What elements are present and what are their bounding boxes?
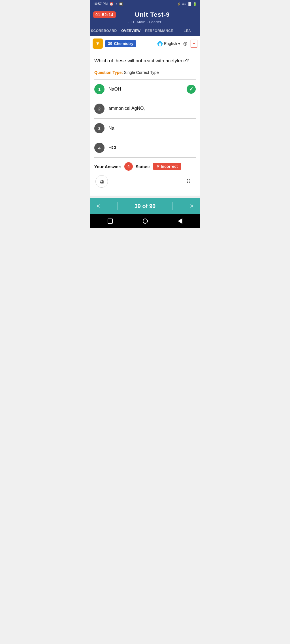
bluetooth-icon: ⚡ bbox=[177, 2, 181, 6]
option-2-text: ammonical AgNO3 bbox=[108, 106, 196, 112]
zoom-button[interactable]: ⊕ bbox=[183, 40, 188, 47]
globe-icon: 🌐 bbox=[157, 41, 163, 46]
status-badge: ✕ Incorrect bbox=[153, 163, 181, 170]
status-bar-left: 10:57 PM ⏰ ♪ 🔲 bbox=[93, 2, 123, 6]
more-menu-button[interactable]: ⋮ bbox=[189, 10, 197, 19]
option-4-number: 4 bbox=[94, 143, 105, 153]
option-4[interactable]: 4 HCl bbox=[94, 138, 196, 157]
filter-icon: ▼ bbox=[95, 41, 100, 46]
signal-text: 4G bbox=[182, 2, 186, 6]
page-divider-left bbox=[117, 202, 118, 210]
language-button[interactable]: 🌐 English ▾ bbox=[157, 41, 180, 46]
status-icon: ✕ bbox=[156, 164, 160, 169]
tiktok-icon: ♪ bbox=[115, 2, 117, 6]
page-divider-right bbox=[172, 202, 173, 210]
grid-button[interactable]: ⠿ bbox=[182, 175, 195, 188]
android-back-icon[interactable] bbox=[178, 218, 182, 224]
answer-status: Your Answer: 4 Status: ✕ Incorrect bbox=[94, 158, 196, 173]
tab-overview[interactable]: OVERVIEW bbox=[118, 26, 144, 36]
status-bar-right: ⚡ 4G ▐▌ 🔋 bbox=[177, 2, 197, 6]
subject-badge: 39 Chemistry bbox=[105, 40, 136, 47]
tab-scoreboard[interactable]: SCOREBOARD bbox=[90, 26, 118, 36]
language-label: English bbox=[164, 41, 177, 46]
status-bar: 10:57 PM ⏰ ♪ 🔲 ⚡ 4G ▐▌ 🔋 bbox=[90, 0, 200, 8]
question-type-label: Question Type: bbox=[94, 70, 123, 75]
option-3-text: Na bbox=[108, 126, 196, 131]
question-text: Which of these will not react with acety… bbox=[94, 57, 196, 65]
header-subtitle: JEE Main - Leader bbox=[93, 20, 197, 26]
status-text: Incorrect bbox=[161, 164, 178, 169]
status-label: Status: bbox=[136, 164, 150, 169]
toolbar: ▼ 39 Chemistry 🌐 English ▾ ⊕ + bbox=[90, 36, 200, 51]
question-number: 39 bbox=[108, 41, 112, 46]
question-type-value: Single Correct Type bbox=[124, 70, 159, 75]
copy-icon: ⧉ bbox=[100, 178, 104, 185]
question-type: Question Type: Single Correct Type bbox=[94, 70, 196, 75]
next-button[interactable]: > bbox=[190, 202, 193, 210]
timer-badge: 01:52:14 bbox=[93, 11, 116, 18]
option-1-text: NaOH bbox=[108, 87, 183, 92]
option-2-number: 2 bbox=[94, 104, 105, 114]
grid-icon: ⠿ bbox=[186, 178, 191, 185]
option-3-number: 3 bbox=[94, 123, 105, 133]
tab-lea[interactable]: LEA bbox=[174, 26, 200, 36]
toolbar-right: 🌐 English ▾ ⊕ + bbox=[157, 40, 197, 48]
option-1-number: 1 bbox=[94, 84, 105, 94]
dropdown-arrow-icon: ▾ bbox=[178, 41, 180, 46]
option-1-correct-icon: ✓ bbox=[187, 85, 196, 94]
zoom-icon: ⊕ bbox=[183, 40, 188, 47]
pagination-bar: < 39 of 90 > bbox=[90, 198, 200, 214]
notification-icon: 🔲 bbox=[119, 2, 123, 6]
copy-button[interactable]: ⧉ bbox=[95, 175, 108, 188]
alarm-icon: ⏰ bbox=[109, 2, 114, 6]
prev-button[interactable]: < bbox=[97, 202, 100, 210]
header: 01:52:14 Unit Test-9 ⋮ JEE Main - Leader bbox=[90, 8, 200, 26]
android-recent-apps-icon[interactable] bbox=[108, 219, 113, 224]
nav-tabs: SCOREBOARD OVERVIEW PERFORMANCE LEA bbox=[90, 26, 200, 36]
android-home-icon[interactable] bbox=[143, 219, 148, 224]
your-answer-label: Your Answer: bbox=[94, 164, 121, 169]
option-1[interactable]: 1 NaOH ✓ bbox=[94, 80, 196, 99]
option-3[interactable]: 3 Na bbox=[94, 119, 196, 138]
signal-bars-icon: ▐▌ bbox=[187, 2, 192, 6]
tab-performance[interactable]: PERFORMANCE bbox=[144, 26, 174, 36]
option-2[interactable]: 2 ammonical AgNO3 bbox=[94, 99, 196, 118]
subject-name: Chemistry bbox=[114, 41, 133, 46]
header-top: 01:52:14 Unit Test-9 ⋮ bbox=[93, 10, 197, 19]
filter-button[interactable]: ▼ bbox=[93, 38, 103, 49]
bottom-actions: ⧉ ⠿ bbox=[94, 173, 196, 190]
android-nav-bar bbox=[90, 214, 200, 228]
page-title: Unit Test-9 bbox=[116, 11, 189, 18]
status-time: 10:57 PM bbox=[93, 2, 108, 6]
question-card: Which of these will not react with acety… bbox=[90, 51, 200, 196]
bookmark-icon: + bbox=[191, 40, 197, 48]
option-4-text: HCl bbox=[108, 145, 196, 150]
page-count: 39 of 90 bbox=[135, 203, 155, 209]
bookmark-button[interactable]: + bbox=[191, 40, 197, 48]
your-answer-badge: 4 bbox=[124, 162, 133, 171]
battery-icon: 🔋 bbox=[193, 2, 197, 6]
